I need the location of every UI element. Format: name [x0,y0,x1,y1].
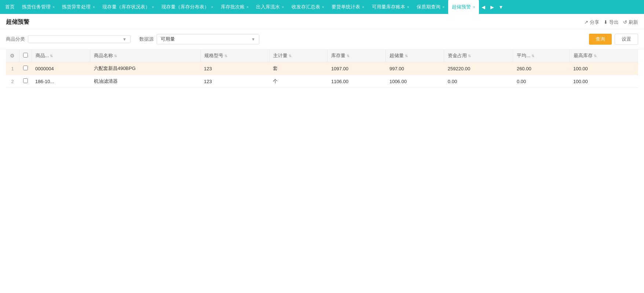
nav-item-10[interactable]: 保质期查询 × [413,0,448,14]
page-title: 超储预警 [6,18,29,26]
row-2-unit: 个 [269,75,328,88]
sort-product-code[interactable]: 商品... ⇅ [36,52,53,59]
sort-icon-spec: ⇅ [224,54,227,58]
header-actions: ↗ 分享 ⬇ 导出 ↺ 刷新 [584,19,638,26]
sort-icon-capital: ⇅ [468,54,471,58]
nav-item-6-label: 出入库流水 [256,4,280,10]
settings-gear-icon[interactable]: ⚙ [10,53,15,59]
sort-over-stock[interactable]: 超储量 ⇅ [389,52,408,59]
filter-bar: 商品分类 ▼ 数据源 可用量 ▼ 查询 设置 [0,29,644,49]
th-spec-label: 规格型号 [204,52,223,59]
settings-button[interactable]: 设置 [615,34,638,45]
page-header: 超储预警 ↗ 分享 ⬇ 导出 ↺ 刷新 [0,14,644,29]
th-avg[interactable]: 平均... ⇅ [513,49,570,62]
data-table: ⚙ 商品... ⇅ 商品名称 ⇅ [6,49,638,88]
th-capital[interactable]: 资金占用 ⇅ [444,49,513,62]
nav-prev-arrow[interactable]: ◀ [479,0,488,14]
nav-close-active[interactable]: × [473,5,475,9]
row-2-capital: 0.00 [444,75,513,88]
nav-item-3[interactable]: 现存量（库存状况表） × [99,0,158,14]
nav-more-arrow[interactable]: ▼ [497,0,505,14]
query-button[interactable]: 查询 [589,34,612,45]
row-1-stock: 1097.00 [328,62,386,75]
export-label: 导出 [609,19,619,26]
datasource-filter-group: 数据源 可用量 ▼ [139,34,259,44]
nav-item-active-label: 超储预警 [452,4,471,10]
share-label: 分享 [590,19,599,26]
row-2-over-stock: 1006.00 [386,75,444,88]
sort-max-stock[interactable]: 最高库存 ⇅ [574,52,597,59]
th-unit[interactable]: 主计量 ⇅ [269,49,328,62]
nav-close-9[interactable]: × [407,5,409,9]
table-header-row: ⚙ 商品... ⇅ 商品名称 ⇅ [6,49,638,62]
th-product-name-label: 商品名称 [94,52,113,59]
nav-item-4[interactable]: 现存量（库存分布表） × [158,0,217,14]
th-product-name[interactable]: 商品名称 ⇅ [90,49,200,62]
datasource-dropdown-icon: ▼ [251,37,255,41]
nav-item-active[interactable]: 超储预警 × [448,0,479,14]
sort-icon-over-stock: ⇅ [405,54,408,58]
row-2-checkbox[interactable] [23,78,28,83]
th-spec[interactable]: 规格型号 ⇅ [200,49,269,62]
sort-icon-unit: ⇅ [289,54,292,58]
export-button[interactable]: ⬇ 导出 [604,19,619,26]
nav-item-6[interactable]: 出入库流水 × [252,0,288,14]
th-stock[interactable]: 库存量 ⇅ [328,49,386,62]
share-icon: ↗ [584,19,588,25]
th-max-stock-label: 最高库存 [574,52,593,59]
th-capital-label: 资金占用 [448,52,467,59]
nav-item-9[interactable]: 可用量库存账本 × [368,0,413,14]
th-product-code[interactable]: 商品... ⇅ [32,49,90,62]
row-2-product-code: 186-10... [32,75,90,88]
export-icon: ⬇ [604,19,608,25]
th-max-stock[interactable]: 最高库存 ⇅ [570,49,638,62]
row-1-spec: 123 [200,62,269,75]
nav-item-9-label: 可用量库存账本 [372,4,405,10]
th-checkbox [19,49,32,62]
nav-item-3-label: 现存量（库存状况表） [102,4,150,10]
nav-item-5[interactable]: 库存批次账 × [217,0,252,14]
category-select[interactable]: ▼ [28,35,131,43]
nav-item-8-label: 要货单统计表 [332,4,360,10]
sort-spec[interactable]: 规格型号 ⇅ [204,52,227,59]
category-label: 商品分类 [6,36,25,42]
sort-product-name[interactable]: 商品名称 ⇅ [94,52,117,59]
nav-close-5[interactable]: × [246,5,249,9]
th-over-stock[interactable]: 超储量 ⇅ [386,49,444,62]
nav-close-1[interactable]: × [52,5,55,9]
refresh-icon: ↺ [623,19,627,25]
th-avg-label: 平均... [517,52,530,59]
nav-item-1[interactable]: 拣货任务管理 × [18,0,58,14]
nav-item-home[interactable]: 首页 [1,0,18,14]
datasource-select[interactable]: 可用量 ▼ [157,34,259,44]
sort-stock[interactable]: 库存量 ⇅ [331,52,350,59]
row-checkbox-2 [19,75,32,88]
sort-unit[interactable]: 主计量 ⇅ [273,52,292,59]
row-num-1: 1 [6,62,19,75]
row-2-product-name: 机油滤清器 [90,75,200,88]
nav-close-7[interactable]: × [322,5,324,9]
nav-item-7[interactable]: 收发存汇总表 × [288,0,328,14]
nav-next-arrow[interactable]: ▶ [488,0,497,14]
nav-close-6[interactable]: × [282,5,284,9]
category-dropdown-icon: ▼ [122,37,127,41]
row-1-capital: 259220.00 [444,62,513,75]
share-button[interactable]: ↗ 分享 [584,19,599,26]
th-over-stock-label: 超储量 [389,52,404,59]
sort-avg[interactable]: 平均... ⇅ [517,52,534,59]
th-settings: ⚙ [6,49,19,62]
sort-capital[interactable]: 资金占用 ⇅ [448,52,471,59]
table-row: 2 186-10... 机油滤清器 123 个 1106.00 [6,75,638,88]
nav-close-10[interactable]: × [442,5,444,9]
nav-close-8[interactable]: × [362,5,364,9]
nav-item-2[interactable]: 拣货异常处理 × [58,0,98,14]
row-checkbox-1 [19,62,32,75]
nav-close-3[interactable]: × [152,5,154,9]
nav-close-2[interactable]: × [92,5,95,9]
refresh-button[interactable]: ↺ 刷新 [623,19,638,26]
select-all-checkbox[interactable] [23,53,28,58]
nav-close-4[interactable]: × [211,5,213,9]
nav-item-8[interactable]: 要货单统计表 × [328,0,368,14]
th-product-code-label: 商品... [36,52,49,59]
row-1-checkbox[interactable] [23,66,28,70]
